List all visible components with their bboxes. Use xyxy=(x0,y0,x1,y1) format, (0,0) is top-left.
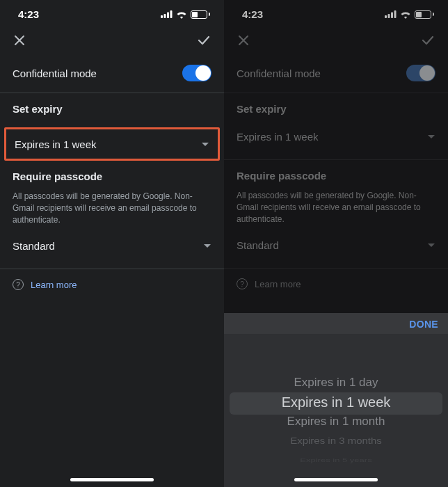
confidential-mode-label: Confidential mode xyxy=(237,67,321,79)
top-actions xyxy=(0,24,224,58)
svg-rect-7 xyxy=(394,10,397,18)
learn-more-row[interactable]: ? Learn more xyxy=(224,269,448,299)
passcode-value: Standard xyxy=(237,239,279,251)
close-icon[interactable] xyxy=(237,33,250,47)
close-icon[interactable] xyxy=(13,33,26,47)
top-actions xyxy=(224,24,448,58)
status-right: 39 xyxy=(385,10,434,19)
svg-rect-0 xyxy=(161,15,163,18)
svg-rect-5 xyxy=(388,14,390,18)
picker-sheet: DONE Expires in 1 day Expires in 1 week … xyxy=(224,313,448,487)
chevron-down-icon xyxy=(427,239,435,251)
picker-item[interactable]: Expires in 1 day xyxy=(294,373,378,392)
chevron-down-icon xyxy=(203,239,211,252)
svg-rect-1 xyxy=(164,14,166,18)
expiry-picker[interactable]: Expires in 1 day Expires in 1 week Expir… xyxy=(224,334,448,480)
battery-icon: 39 xyxy=(415,10,434,19)
expiry-value: Expires in 1 week xyxy=(15,138,97,150)
status-time: 4:23 xyxy=(18,8,39,20)
picker-toolbar: DONE xyxy=(224,313,448,334)
passcode-description: All passcodes will be generated by Googl… xyxy=(237,190,435,225)
passcode-title: Require passcode xyxy=(13,170,211,182)
confidential-mode-row: Confidential mode xyxy=(0,58,224,93)
status-right: 39 xyxy=(161,10,210,19)
check-icon[interactable] xyxy=(196,33,211,48)
passcode-dropdown[interactable]: Standard xyxy=(13,232,211,259)
wifi-icon xyxy=(400,10,411,19)
home-indicator[interactable] xyxy=(294,478,378,481)
home-indicator[interactable] xyxy=(70,478,154,481)
svg-rect-2 xyxy=(167,13,169,19)
check-icon[interactable] xyxy=(420,33,435,48)
picker-item[interactable]: Expires in 1 month xyxy=(287,412,385,431)
confidential-mode-toggle[interactable] xyxy=(182,65,211,81)
signal-icon xyxy=(385,10,397,18)
wifi-icon xyxy=(176,10,187,19)
status-time: 4:23 xyxy=(242,8,263,20)
passcode-dropdown[interactable]: Standard xyxy=(237,232,435,258)
picker-item[interactable]: Expires in 5 years xyxy=(300,455,371,465)
chevron-down-icon xyxy=(427,130,435,143)
done-button[interactable]: DONE xyxy=(409,319,438,330)
confidential-mode-toggle[interactable] xyxy=(406,65,435,81)
picker-selection-bar xyxy=(230,392,442,415)
svg-rect-4 xyxy=(385,15,387,18)
passcode-section: Require passcode All passcodes will be g… xyxy=(0,161,224,269)
passcode-description: All passcodes will be generated by Googl… xyxy=(13,191,211,225)
svg-rect-6 xyxy=(391,13,393,19)
expiry-dropdown[interactable]: Expires in 1 week xyxy=(15,135,209,153)
status-bar: 4:23 39 xyxy=(0,0,224,24)
expiry-section: Set expiry Expires in 1 week xyxy=(224,93,448,159)
screen-left: 4:23 39 Confidential mode Set expiry xyxy=(0,0,224,487)
status-bar: 4:23 39 xyxy=(224,0,448,24)
expiry-section: Set expiry xyxy=(0,93,224,127)
help-icon: ? xyxy=(13,279,24,290)
svg-rect-3 xyxy=(170,10,173,18)
confidential-mode-row: Confidential mode xyxy=(224,58,448,93)
confidential-mode-label: Confidential mode xyxy=(13,67,97,79)
expiry-highlight: Expires in 1 week xyxy=(4,127,220,161)
screen-right: 4:23 39 Confidential mode Set expiry xyxy=(224,0,448,487)
chevron-down-icon xyxy=(201,138,209,150)
expiry-title: Set expiry xyxy=(237,103,435,115)
expiry-value: Expires in 1 week xyxy=(237,131,319,143)
picker-item[interactable]: Expires in 3 months xyxy=(290,433,382,449)
learn-more-row[interactable]: ? Learn more xyxy=(0,269,224,300)
expiry-title: Set expiry xyxy=(13,103,211,115)
learn-more-link: Learn more xyxy=(255,279,301,289)
signal-icon xyxy=(161,10,173,18)
battery-icon: 39 xyxy=(191,10,210,19)
help-icon: ? xyxy=(237,278,248,289)
learn-more-link: Learn more xyxy=(31,280,77,290)
passcode-section: Require passcode All passcodes will be g… xyxy=(224,160,448,268)
passcode-title: Require passcode xyxy=(237,170,435,182)
passcode-value: Standard xyxy=(13,240,55,252)
expiry-dropdown[interactable]: Expires in 1 week xyxy=(237,123,435,150)
